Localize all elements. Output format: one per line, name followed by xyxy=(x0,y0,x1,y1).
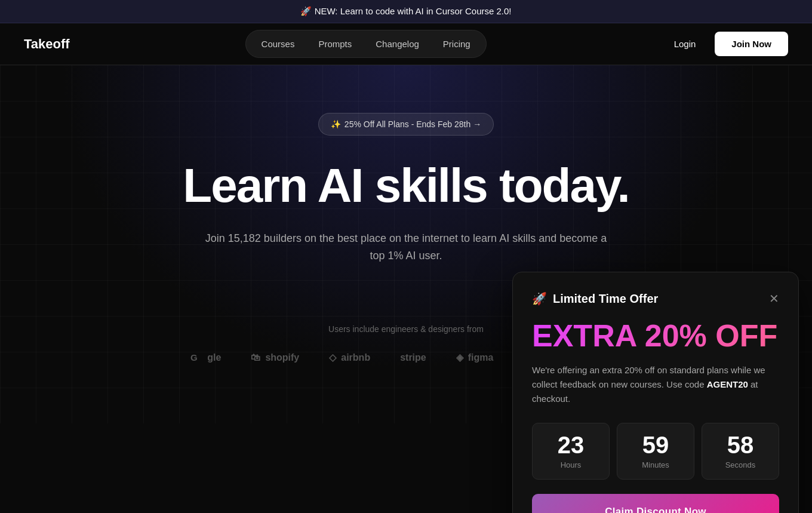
navbar-actions: Login Join Now xyxy=(662,32,788,56)
popup-description: We're offering an extra 20% off on stand… xyxy=(532,363,779,406)
timer-seconds: 58 Seconds xyxy=(702,423,779,480)
timer-hours: 23 Hours xyxy=(532,423,610,480)
popup-discount-text: EXTRA 20% OFF xyxy=(532,320,779,351)
countdown-timer: 23 Hours 59 Minutes 58 Seconds xyxy=(532,423,779,480)
navbar: Takeoff Courses Prompts Changelog Pricin… xyxy=(0,23,812,65)
join-button[interactable]: Join Now xyxy=(715,32,788,56)
badge-emoji: ✨ xyxy=(331,119,341,129)
timer-hours-value: 23 xyxy=(540,433,602,457)
company-figma: ◈ figma xyxy=(456,352,494,363)
timer-minutes-label: Minutes xyxy=(625,460,687,469)
company-shopify: 🛍 shopify xyxy=(251,352,299,363)
popup-title-emoji: 🚀 xyxy=(532,291,547,306)
timer-seconds-label: Seconds xyxy=(709,460,771,469)
popup-code: AGENT20 xyxy=(707,379,748,389)
nav-item-pricing[interactable]: Pricing xyxy=(432,34,481,54)
timer-hours-label: Hours xyxy=(540,460,602,469)
banner-link[interactable]: NEW: Learn to code with AI in Cursor Cou… xyxy=(315,6,512,16)
timer-minutes-value: 59 xyxy=(625,433,687,457)
discount-badge[interactable]: ✨ 25% Off All Plans - Ends Feb 28th → xyxy=(318,113,494,136)
claim-discount-button[interactable]: Claim Discount Now xyxy=(532,494,779,513)
hero-title: Learn AI skills today. xyxy=(24,159,788,212)
timer-minutes: 59 Minutes xyxy=(617,423,694,480)
svg-text:G: G xyxy=(190,352,198,363)
popup-title: 🚀 Limited Time Offer xyxy=(532,291,658,306)
nav-item-courses[interactable]: Courses xyxy=(251,34,306,54)
logo[interactable]: Takeoff xyxy=(24,36,70,52)
popup-header: 🚀 Limited Time Offer ✕ xyxy=(532,291,779,306)
popup-close-button[interactable]: ✕ xyxy=(769,293,779,305)
company-google: G gle xyxy=(190,352,221,364)
hero-subtitle: Join 15,182 builders on the best place o… xyxy=(197,230,615,265)
timer-seconds-value: 58 xyxy=(709,433,771,457)
nav-item-changelog[interactable]: Changelog xyxy=(365,34,430,54)
top-banner[interactable]: 🚀 NEW: Learn to code with AI in Cursor C… xyxy=(0,0,812,23)
badge-text: 25% Off All Plans - Ends Feb 28th → xyxy=(345,119,481,129)
login-button[interactable]: Login xyxy=(662,33,708,55)
popup-title-text: Limited Time Offer xyxy=(553,292,658,306)
company-stripe: stripe xyxy=(400,352,426,363)
banner-emoji: 🚀 xyxy=(300,6,312,16)
nav-item-prompts[interactable]: Prompts xyxy=(307,34,362,54)
nav-menu: Courses Prompts Changelog Pricing xyxy=(245,30,487,58)
company-airbnb: ◇ airbnb xyxy=(329,352,370,363)
popup-modal: 🚀 Limited Time Offer ✕ EXTRA 20% OFF We'… xyxy=(512,272,799,513)
